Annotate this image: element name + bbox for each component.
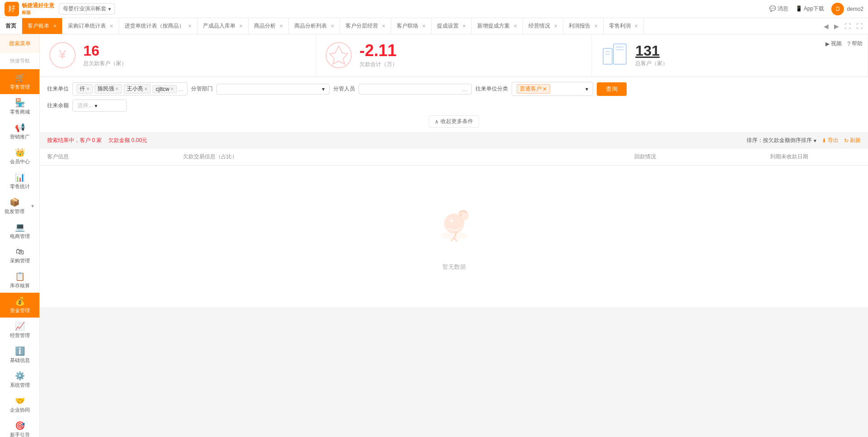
sidebar-item-system[interactable]: ⚙️ 系统管理 [0, 367, 39, 392]
unit-filter-tags[interactable]: 仟 ✕ 陈民强 ✕ 王小亮 ✕ cjttcw ✕ ... [72, 82, 187, 95]
filter-tag-cjttcw[interactable]: cjttcw ✕ [153, 85, 177, 93]
sidebar-item-ecommerce[interactable]: 💻 电商管理 [0, 218, 39, 243]
tab-customer-tier[interactable]: 客户分层经营 ✕ [340, 18, 391, 34]
tab-purchase-order[interactable]: 采购订单统计表 ✕ [62, 18, 119, 34]
refresh-button[interactable]: ↻ 刷新 [844, 137, 861, 144]
cooperation-icon: 🤝 [15, 396, 25, 406]
collapse-arrow-icon: ∧ [435, 119, 439, 125]
table-header: 客户信息 欠款交易信息（占比） 回款情况 到期未收款日期 [40, 148, 868, 166]
nav-expand[interactable]: ⛶ [843, 22, 853, 31]
tutorial-icon: 🎯 [15, 421, 25, 431]
sidebar-item-marketing[interactable]: 📢 营销推广 [0, 119, 39, 144]
close-icon[interactable]: ✕ [462, 24, 466, 28]
tab-purchase-by-product[interactable]: 进货单统计表（按商品） ✕ [119, 18, 197, 34]
wholesale-icon: 📦 [10, 197, 19, 207]
user-area[interactable]: D demo2 [831, 3, 863, 15]
collapse-button[interactable]: ∧ 收起更多条件 [429, 115, 479, 128]
close-icon[interactable]: ✕ [239, 24, 243, 28]
tab-product-analysis[interactable]: 商品分析 ✕ [249, 18, 289, 34]
stat-icon-1: ¥ [49, 42, 76, 69]
app-download-link[interactable]: 📱 App下载 [796, 5, 824, 13]
sidebar-item-wholesale[interactable]: 📦 批发管理 ▼ [0, 194, 39, 218]
export-button[interactable]: ⬇ 导出 [822, 137, 839, 144]
close-icon[interactable]: ✕ [53, 24, 57, 28]
sidebar-item-operations[interactable]: 📈 经营管理 [0, 318, 39, 342]
video-link[interactable]: ▶ 视频 [825, 40, 842, 48]
close-icon[interactable]: ✕ [188, 24, 192, 28]
nav-scroll-left[interactable]: ◀ [822, 22, 830, 31]
sidebar-item-retail-mall[interactable]: 🏪 零售商城 [0, 94, 39, 119]
help-link[interactable]: ? 帮助 [847, 40, 863, 48]
nav-scroll-right[interactable]: ▶ [832, 22, 841, 31]
chevron-down-icon: ▾ [108, 6, 111, 12]
tab-product-analysis-list[interactable]: 商品分析列表 ✕ [289, 18, 340, 34]
col-header-due-date: 到期未收款日期 [770, 153, 861, 161]
close-icon[interactable]: ✕ [594, 24, 598, 28]
sort-select[interactable]: 排序：按欠款金额倒序排序 ▾ [747, 137, 816, 144]
quick-nav-section: 快捷导航 [0, 53, 39, 69]
operations-icon: 📈 [15, 321, 25, 331]
sidebar-item-finance[interactable]: 💰 资金管理 [0, 293, 39, 318]
result-actions: 排序：按欠款金额倒序排序 ▾ ⬇ 导出 ↻ 刷新 [747, 137, 861, 144]
sidebar-search-area: 搜索菜单 [0, 34, 39, 53]
tab-finished-product[interactable]: 产成品入库单 ✕ [197, 18, 249, 34]
nav-fullscreen[interactable]: ⛶ [854, 22, 864, 31]
query-button[interactable]: 查询 [597, 82, 627, 96]
tenant-select[interactable]: 母婴行业演示帐套 ▾ [59, 3, 115, 14]
stat-icon-3 [601, 42, 628, 69]
stat-value-total-customers[interactable]: 131 [635, 43, 668, 58]
person-select[interactable]: ... [359, 84, 472, 95]
close-icon[interactable]: ✕ [634, 24, 638, 28]
tab-commission-settings[interactable]: 提成设置 ✕ [432, 18, 472, 34]
person-label: 分管人员 [333, 85, 355, 93]
expand-arrow-icon: ▼ [30, 204, 35, 209]
close-icon[interactable]: ✕ [422, 24, 426, 28]
close-icon[interactable]: ✕ [382, 24, 385, 28]
sidebar-item-retail-stats[interactable]: 📊 零售统计 [0, 169, 39, 194]
remove-class-tag[interactable]: ✕ [542, 86, 547, 92]
content-area: ¥ 16 总欠款客户（家） -2.11 欠款合计（万 [40, 34, 868, 437]
tab-customer-ledger[interactable]: 客户账本 ✕ [22, 18, 62, 34]
search-menu-button[interactable]: 搜索菜单 [4, 38, 36, 49]
sidebar-item-purchase[interactable]: 🛍 采购管理 [0, 243, 39, 268]
tab-home[interactable]: 首页 [0, 18, 22, 34]
svg-marker-3 [330, 46, 348, 64]
unit-class-select[interactable]: 普通客户 ✕ ▾ [512, 82, 593, 96]
remove-tag-cjttcw[interactable]: ✕ [170, 86, 174, 91]
class-tag-normal[interactable]: 普通客户 ✕ [517, 84, 550, 94]
stats-row: ¥ 16 总欠款客户（家） -2.11 欠款合计（万 [40, 34, 868, 76]
dept-label: 分管部门 [191, 85, 213, 93]
more-tags[interactable]: ... [179, 86, 183, 92]
balance-select[interactable]: 选择... ▾ [72, 100, 127, 112]
search-result-bar: 搜索结果中，客户 0 家 欠款金额 0.00元 排序：按欠款金额倒序排序 ▾ ⬇… [40, 133, 868, 148]
sidebar-item-basic-info[interactable]: ℹ️ 基础信息 [0, 342, 39, 367]
tab-retail-profit[interactable]: 零售利润 ✕ [604, 18, 644, 34]
remove-tag-wang[interactable]: ✕ [144, 86, 148, 91]
close-icon[interactable]: ✕ [279, 24, 283, 28]
col-header-customer: 客户信息 [47, 153, 183, 161]
remove-tag-chen[interactable]: ✕ [115, 86, 119, 91]
dept-select[interactable]: ▾ [216, 84, 330, 95]
tab-new-commission[interactable]: 新增提成方案 ✕ [472, 18, 523, 34]
sidebar-item-cooperation[interactable]: 🤝 企业协同 [0, 392, 39, 417]
top-bar-left: 好 畅捷通好生意 标版 母婴行业演示帐套 ▾ [5, 2, 115, 16]
close-icon[interactable]: ✕ [554, 24, 557, 28]
message-icon: 💬 [769, 5, 776, 12]
remove-tag-qian[interactable]: ✕ [86, 86, 90, 91]
tab-operations[interactable]: 经营情况 ✕ [523, 18, 563, 34]
sidebar-item-inventory[interactable]: 📋 库存核算 [0, 268, 39, 293]
member-icon: 👑 [15, 147, 25, 157]
filter-tag-wangxiaoliang[interactable]: 王小亮 ✕ [124, 84, 151, 94]
tab-profit-report[interactable]: 利润报告 ✕ [563, 18, 604, 34]
sidebar-item-member[interactable]: 👑 会员中心 [0, 144, 39, 169]
tab-customer-contact[interactable]: 客户联络 ✕ [391, 18, 432, 34]
close-icon[interactable]: ✕ [331, 24, 334, 28]
sidebar-item-tutorial[interactable]: 🎯 新手引导 [0, 417, 39, 437]
close-icon[interactable]: ✕ [110, 24, 113, 28]
message-link[interactable]: 💬 消息 [769, 5, 788, 13]
filter-tag-qian[interactable]: 仟 ✕ [77, 84, 93, 94]
sidebar-item-retail[interactable]: 🛒 零售管理 [0, 69, 39, 94]
stat-icon-2 [325, 42, 352, 69]
close-icon[interactable]: ✕ [513, 24, 517, 28]
filter-tag-chenminqiang[interactable]: 陈民强 ✕ [95, 84, 122, 94]
